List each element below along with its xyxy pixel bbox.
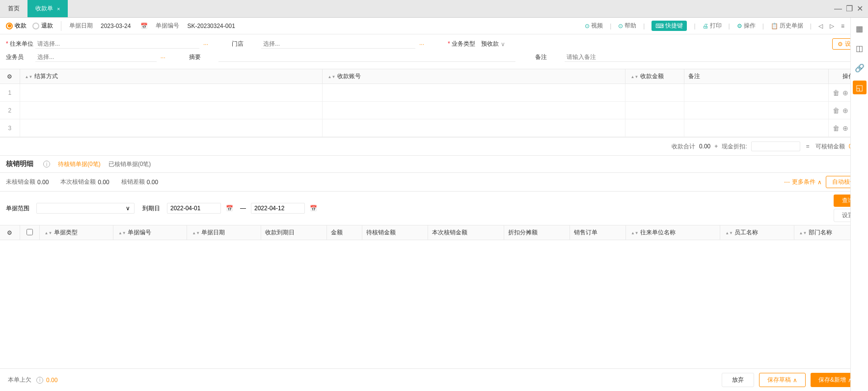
- shortcut-btn[interactable]: ⌨ 快捷键: [651, 21, 687, 31]
- row-settlement-3[interactable]: [20, 119, 323, 137]
- business-type-arrow[interactable]: ∨: [501, 41, 505, 48]
- row-amount-2[interactable]: [625, 102, 684, 119]
- select-all-checkbox[interactable]: [27, 229, 33, 235]
- main-content: 收款 退款 单据日期 2023-03-24 📅 单据编号 SK-20230324…: [0, 18, 868, 391]
- row-amount-3[interactable]: [625, 119, 684, 137]
- unverified-stat: 未核销金额 0.00: [6, 178, 49, 186]
- date-to-calendar-icon[interactable]: 📅: [310, 205, 317, 212]
- counterparty-more-btn[interactable]: ···: [199, 41, 212, 48]
- operation-btn[interactable]: ⚙ 操作: [737, 22, 756, 30]
- verification-info-icon[interactable]: i: [43, 161, 50, 168]
- radio-refund-dot: [32, 23, 39, 29]
- row-delete-3[interactable]: 🗑: [833, 124, 840, 132]
- range-chevron-icon: ∨: [126, 205, 130, 212]
- restore-icon[interactable]: ❐: [846, 4, 853, 13]
- bottom-th-gear[interactable]: ⚙: [0, 225, 20, 240]
- range-field: 单据范围 ∨: [6, 203, 135, 214]
- form-row-1: 往来单位 ··· 门店 ··· 业务类型 预收款 ∨ ⚙ 设置: [6, 38, 862, 50]
- th-settlement: ▲▼ 结算方式: [20, 69, 323, 84]
- radio-receipt[interactable]: 收款: [6, 22, 27, 30]
- help-btn[interactable]: ⊙ 帮助: [618, 22, 636, 30]
- footer-info-icon[interactable]: i: [36, 377, 43, 384]
- verification-header: 核销明细 i 待核销单据(0笔) 已核销单据(0笔): [0, 156, 868, 173]
- bottom-th-pending: 待核销金额: [362, 225, 428, 240]
- bottom-th-checkbox[interactable]: [20, 225, 39, 240]
- minimize-icon[interactable]: —: [834, 4, 842, 13]
- row-delete-2[interactable]: 🗑: [833, 107, 840, 114]
- filter-row: 单据范围 ∨ 到期日 📅 — 📅 查询 设置: [0, 192, 868, 225]
- counterparty-input[interactable]: [35, 39, 199, 49]
- layout-list-btn[interactable]: ≡: [841, 23, 844, 29]
- store-label: 门店: [232, 40, 261, 48]
- due-date-to-input[interactable]: [251, 203, 305, 214]
- row-delete-1[interactable]: 🗑: [833, 89, 840, 97]
- history-btn[interactable]: 📋 历史单据: [771, 22, 803, 30]
- print-btn[interactable]: 🖨 打印: [703, 22, 722, 30]
- row-copy-1[interactable]: ⊕: [842, 89, 848, 97]
- more-conditions-btn[interactable]: ⋯ 更多条件 ∧: [784, 178, 822, 186]
- row-account-1[interactable]: [323, 84, 625, 102]
- bottom-th-doc-date: ▲▼ 单据日期: [187, 225, 261, 240]
- range-select[interactable]: ∨: [36, 203, 135, 214]
- calendar-icon[interactable]: 📅: [140, 23, 148, 29]
- remark-field: 备注: [535, 53, 862, 62]
- summary-input[interactable]: [218, 53, 516, 62]
- row-account-2[interactable]: [323, 102, 625, 119]
- row-copy-3[interactable]: ⊕: [842, 124, 848, 132]
- video-btn[interactable]: ⊙ 视频: [585, 22, 603, 30]
- filter-icon: ⋯: [784, 179, 790, 186]
- business-type-label: 业务类型: [448, 40, 477, 48]
- row-account-3[interactable]: [323, 119, 625, 137]
- nav-prev-btn[interactable]: ◁: [818, 23, 823, 29]
- row-settlement-2[interactable]: [20, 102, 323, 119]
- right-sidebar: ▦ ◫ 🔗 ◱: [850, 18, 868, 391]
- summary-available-label: 可核销金额: [815, 142, 845, 151]
- tab-current-label: 收款单: [35, 4, 53, 13]
- table-settings-icon[interactable]: ⚙: [0, 69, 20, 84]
- tab-close-icon[interactable]: ×: [57, 6, 60, 12]
- pending-tab[interactable]: 待核销单据(0笔): [58, 160, 101, 168]
- chevron-up-icon: ∧: [817, 179, 822, 186]
- tab-current[interactable]: 收款单 ×: [27, 0, 68, 17]
- sidebar-table-icon[interactable]: ▦: [853, 22, 867, 35]
- radio-refund[interactable]: 退款: [32, 22, 53, 30]
- sidebar-link-icon[interactable]: 🔗: [853, 61, 867, 75]
- row-amount-1[interactable]: [625, 84, 684, 102]
- store-input[interactable]: [261, 39, 415, 49]
- close-icon[interactable]: ✕: [857, 4, 863, 13]
- abandon-btn[interactable]: 放弃: [722, 373, 754, 387]
- business-type-field: 业务类型 预收款 ∨: [448, 40, 624, 48]
- verification-title: 核销明细: [6, 160, 33, 168]
- print-label: 打印: [710, 22, 722, 30]
- sidebar-expand-icon[interactable]: ◱: [853, 81, 867, 94]
- row-remark-1[interactable]: [684, 84, 829, 102]
- summary-discount-input[interactable]: [751, 141, 800, 151]
- date-from-calendar-icon[interactable]: 📅: [226, 205, 233, 212]
- row-settlement-1[interactable]: [20, 84, 323, 102]
- store-field: 门店 ···: [232, 39, 428, 49]
- row-copy-2[interactable]: ⊕: [842, 107, 848, 114]
- salesperson-more-btn[interactable]: ···: [157, 54, 169, 61]
- receipt-table: ⚙ ▲▼ 结算方式 ▲▼ 收款账号 ▲▼ 收款金额 备注: [0, 69, 868, 137]
- sidebar-doc-icon[interactable]: ◫: [853, 41, 867, 55]
- row-remark-3[interactable]: [684, 119, 829, 137]
- summary-row: 收款合计 0.00 + 现金折扣: = 可核销金额 0.00: [0, 138, 868, 156]
- store-more-btn[interactable]: ···: [415, 41, 428, 48]
- draft-chevron-icon[interactable]: ∧: [793, 377, 797, 384]
- tab-home[interactable]: 首页: [0, 0, 27, 17]
- draft-btn[interactable]: 保存草稿 ∧: [759, 373, 806, 387]
- due-date-from-input[interactable]: [167, 203, 221, 214]
- bottom-th-doc-num: ▲▼ 单据编号: [113, 225, 187, 240]
- due-date-field: 到期日 📅 — 📅: [142, 203, 317, 214]
- stats-row: 未核销金额 0.00 本次核销金额 0.00 核销差额 0.00 ⋯ 更多条件 …: [0, 173, 868, 192]
- nav-next-btn[interactable]: ▷: [830, 23, 834, 29]
- done-tab[interactable]: 已核销单据(0笔): [108, 160, 151, 168]
- settings-gear-icon: ⚙: [838, 41, 843, 48]
- remark-input[interactable]: [565, 53, 862, 62]
- unverified-label: 未核销金额: [6, 178, 35, 186]
- salesperson-input[interactable]: [35, 53, 157, 62]
- tab-home-label: 首页: [8, 4, 20, 13]
- top-toolbar: 收款 退款 单据日期 2023-03-24 📅 单据编号 SK-20230324…: [0, 18, 868, 34]
- row-remark-2[interactable]: [684, 102, 829, 119]
- bottom-th-amount: 金额: [326, 225, 362, 240]
